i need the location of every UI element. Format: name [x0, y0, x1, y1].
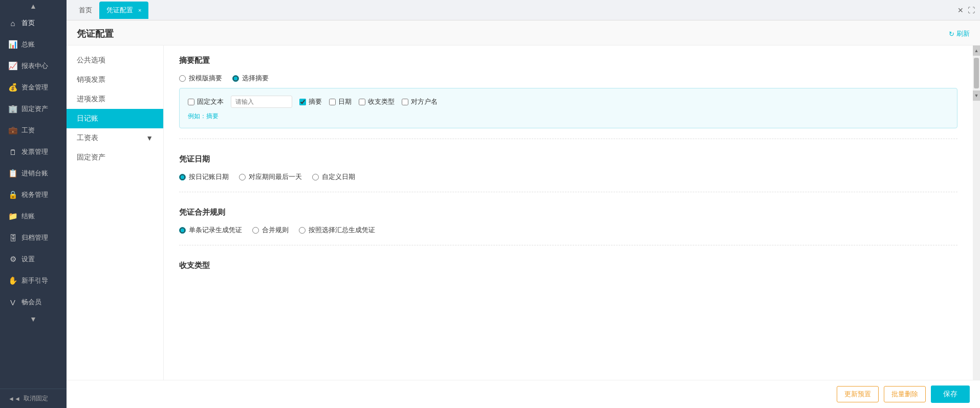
sidebar-item-reports[interactable]: 📈 报表中心: [0, 55, 67, 77]
settings-icon: ⚙: [8, 255, 17, 264]
tab-close-icon[interactable]: ×: [138, 7, 141, 13]
radio-select-merge[interactable]: 按照选择汇总生成凭证: [299, 225, 375, 235]
checkbox-area: 固定文本 摘要 日期: [179, 88, 957, 128]
scroll-up-button[interactable]: ▲: [973, 46, 980, 56]
guide-icon: ✋: [8, 276, 17, 285]
radio-select-summary[interactable]: 选择摘要: [232, 74, 269, 83]
sidebar-item-payroll[interactable]: 💼 工资: [0, 120, 67, 141]
section-summary-config: 摘要配置 按模版摘要 选择摘要: [179, 56, 957, 139]
sidebar-item-member[interactable]: V 畅会员: [0, 291, 67, 313]
checkbox-fixed-text[interactable]: 固定文本: [188, 97, 224, 106]
tab-home[interactable]: 首页: [72, 2, 99, 19]
checkbox-date[interactable]: 日期: [329, 97, 352, 106]
example-text: 例如：摘要: [188, 112, 949, 121]
radio-journal-date-input[interactable]: [179, 174, 186, 180]
left-nav-sales[interactable]: 销项发票: [67, 70, 163, 89]
summary-config-title: 摘要配置: [179, 56, 957, 65]
radio-by-template-input[interactable]: [179, 75, 186, 82]
radio-select-summary-input[interactable]: [232, 75, 239, 82]
section-income-expense-type: 收支类型: [179, 261, 957, 289]
right-panel: 摘要配置 按模版摘要 选择摘要: [164, 46, 973, 380]
radio-custom-date[interactable]: 自定义日期: [312, 172, 355, 182]
radio-merge-rules-input[interactable]: [252, 227, 259, 234]
radio-by-journal-date[interactable]: 按日记账日期: [179, 172, 229, 182]
voucher-date-title: 凭证日期: [179, 154, 957, 164]
radio-last-day[interactable]: 对应期间最后一天: [239, 172, 302, 182]
left-nav-journal[interactable]: 日记账: [67, 109, 163, 128]
sidebar-item-ledger[interactable]: 📊 总账: [0, 34, 67, 55]
archive-icon: 🗄: [8, 234, 17, 242]
radio-select-merge-input[interactable]: [299, 227, 306, 234]
radio-single-record[interactable]: 单条记录生成凭证: [179, 225, 242, 235]
page-title: 凭证配置: [77, 28, 114, 40]
radio-by-template[interactable]: 按模版摘要: [179, 74, 222, 83]
left-nav-public[interactable]: 公共选项: [67, 51, 163, 70]
sidebar-item-tax[interactable]: 🔒 税务管理: [0, 184, 67, 206]
sidebar-item-assets[interactable]: 🏢 固定资产: [0, 98, 67, 120]
summary-config-radio-group: 按模版摘要 选择摘要: [179, 74, 957, 83]
sidebar-item-ledger2[interactable]: 📋 进销台账: [0, 163, 67, 184]
scroll-down-button[interactable]: ▼: [973, 90, 980, 101]
checkbox-fixed-text-input[interactable]: [188, 99, 194, 105]
income-expense-title: 收支类型: [179, 261, 957, 270]
checkbox-counterparty-input[interactable]: [402, 99, 408, 105]
bottom-bar: 更新预置 批量删除 保存: [67, 380, 980, 408]
sidebar-item-invoice[interactable]: 🗒 发票管理: [0, 141, 67, 163]
refresh-button[interactable]: ↻ 刷新: [949, 29, 970, 38]
fixed-text-input[interactable]: [231, 96, 292, 108]
sidebar-item-funds[interactable]: 💰 资金管理: [0, 77, 67, 98]
radio-single-record-input[interactable]: [179, 227, 186, 234]
ledger2-icon: 📋: [8, 169, 17, 178]
left-nav-payroll-table[interactable]: 工资表 ▼: [67, 128, 163, 148]
ledger-icon: 📊: [8, 40, 17, 49]
sidebar-item-home[interactable]: ⌂ 首页: [0, 12, 67, 34]
checkbox-counterparty[interactable]: 对方户名: [402, 97, 438, 106]
content-header: 凭证配置 ↻ 刷新: [67, 20, 980, 46]
chevron-down-icon: ▼: [146, 134, 153, 142]
content-area: 凭证配置 ↻ 刷新 公共选项 销项发票 进项发票 日记账: [67, 20, 980, 408]
assets-icon: 🏢: [8, 104, 17, 114]
tab-close-button[interactable]: ✕: [957, 6, 964, 14]
checkbox-date-input[interactable]: [329, 99, 336, 105]
sidebar-item-guide[interactable]: ✋ 新手引导: [0, 270, 67, 291]
tab-actions: ✕ ⛶: [957, 6, 975, 14]
save-button[interactable]: 保存: [931, 386, 970, 403]
checkbox-summary-input[interactable]: [299, 99, 306, 105]
scrollbar-track: ▲ ▼: [973, 46, 980, 380]
sidebar-item-settings[interactable]: ⚙ 设置: [0, 248, 67, 270]
close-account-icon: 📁: [8, 212, 17, 221]
content-body: 公共选项 销项发票 进项发票 日记账 工资表 ▼ 固定资产: [67, 46, 980, 380]
sidebar-item-close[interactable]: 📁 结账: [0, 206, 67, 227]
sidebar-scroll-down[interactable]: ▼: [0, 313, 67, 325]
pin-icon: ◄◄: [8, 395, 20, 402]
refresh-icon: ↻: [949, 30, 954, 38]
sidebar: ▲ ⌂ 首页 📊 总账 📈 报表中心 💰 资金管理 🏢 固定资产 💼 工资 🗒 …: [0, 0, 67, 408]
radio-custom-date-input[interactable]: [312, 174, 319, 180]
left-nav-fixed-assets[interactable]: 固定资产: [67, 148, 163, 167]
payroll-icon: 💼: [8, 126, 17, 135]
checkbox-row: 固定文本 摘要 日期: [188, 96, 949, 108]
update-preview-button[interactable]: 更新预置: [837, 386, 879, 402]
merge-rules-radio-group: 单条记录生成凭证 合并规则 按照选择汇总生成凭证: [179, 225, 957, 235]
checkbox-summary[interactable]: 摘要: [299, 97, 322, 106]
tab-voucher-config[interactable]: 凭证配置 ×: [99, 2, 148, 19]
sidebar-scroll-up[interactable]: ▲: [0, 0, 67, 12]
radio-last-day-input[interactable]: [239, 174, 246, 180]
sidebar-item-archive[interactable]: 🗄 归档管理: [0, 227, 67, 248]
reports-icon: 📈: [8, 61, 17, 71]
tabbar: 首页 凭证配置 × ✕ ⛶: [67, 0, 980, 20]
batch-delete-button[interactable]: 批量删除: [884, 386, 926, 402]
member-icon: V: [8, 298, 17, 307]
sidebar-cancel-pin[interactable]: ◄◄ 取消固定: [0, 389, 67, 408]
section-merge-rules: 凭证合并规则 单条记录生成凭证 合并规则 按照选择汇总生成凭证: [179, 208, 957, 245]
scroll-thumb[interactable]: [974, 58, 979, 88]
funds-icon: 💰: [8, 83, 17, 92]
checkbox-income-expense-input[interactable]: [359, 99, 365, 105]
tab-expand-button[interactable]: ⛶: [968, 6, 975, 14]
checkbox-income-expense[interactable]: 收支类型: [359, 97, 395, 106]
radio-merge-rules[interactable]: 合并规则: [252, 225, 289, 235]
tax-icon: 🔒: [8, 190, 17, 199]
invoice-icon: 🗒: [8, 148, 17, 156]
left-nav: 公共选项 销项发票 进项发票 日记账 工资表 ▼ 固定资产: [67, 46, 164, 380]
left-nav-purchase[interactable]: 进项发票: [67, 89, 163, 109]
